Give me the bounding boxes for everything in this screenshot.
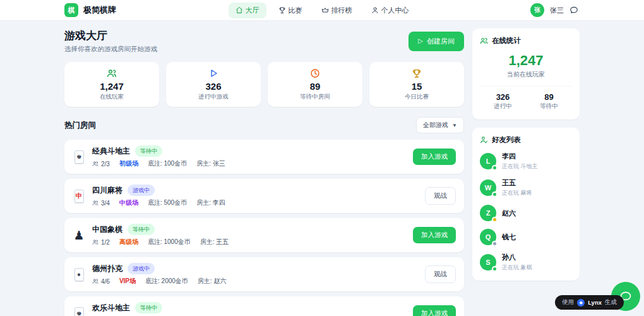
room-stake: 底注: 2000金币 [145,277,188,286]
room-action-button[interactable]: 观战 [425,265,456,283]
online-count-label: 当前在线玩家 [480,70,572,87]
stat-card: 1,247 在线玩家 [64,62,159,107]
chess-pawn-icon: ♟ [73,229,85,241]
friend-item[interactable]: Q 钱七 [480,229,572,245]
chess-pawn-icon: ♟ [73,229,84,241]
room-players: 3/4 [92,200,110,207]
lynx-generator-badge[interactable]: 使用 ◆ Lynx 生成 [555,295,624,310]
nav-item-matches[interactable]: 比赛 [271,3,309,18]
online-substat: 89 等待中 [526,92,572,111]
room-status-badge: 等待中 [135,302,162,313]
room-stake: 底注: 1000金币 [148,238,191,246]
friend-activity: 正在玩 象棋 [502,264,532,272]
friend-list: L 李四 正在玩 斗地主 W 王五 正在玩 麻将 Z 赵六 Q [480,152,572,272]
room-card: ♚ 欢乐斗地主 等待中 0/3 新手场 底注: 50金币 房主: 孙七 加入游戏 [64,296,464,316]
friend-name: 赵六 [502,209,516,218]
home-icon [236,6,243,14]
clock-icon [268,68,362,78]
room-card: ♚ 经典斗地主 等待中 2/3 初级场 底注: 100金币 房主: 张三 加入游… [64,140,464,174]
room-card: 中 四川麻将 游戏中 3/4 中级场 底注: 500金币 房主: 李四 观战 [64,179,464,213]
friend-avatar: Q [480,229,496,245]
online-stats-card: 在线统计 1,247 当前在线玩家 326 进行中 89 等待中 [472,28,580,119]
room-owner: 房主: 赵六 [198,277,227,286]
online-count: 1,247 [480,52,572,69]
room-name: 四川麻将 [92,185,122,196]
stat-label: 进行中游戏 [166,93,261,101]
room-status-badge: 游戏中 [128,185,155,196]
app-logo: 棋 [64,3,78,17]
online-stats-title: 在线统计 [492,36,521,46]
friend-icon [480,136,488,144]
friend-avatar: W [480,179,496,196]
friend-item[interactable]: W 王五 正在玩 麻将 [480,178,572,197]
ace-card-icon: ♠ [73,268,85,281]
players-icon [92,200,98,206]
stat-value: 1,247 [64,81,159,92]
room-owner: 房主: 张三 [196,159,225,168]
chat-bubble-icon[interactable] [569,6,578,15]
friends-title: 好友列表 [492,135,521,145]
room-name: 经典斗地主 [92,146,130,157]
room-card: ♠ 德州扑克 游戏中 4/6 VIP场 底注: 2000金币 房主: 赵六 观战 [64,257,464,291]
users-icon [64,68,159,78]
room-action-button[interactable]: 加入游戏 [413,305,456,316]
players-icon [92,278,98,284]
friend-item[interactable]: L 李四 正在玩 斗地主 [480,152,572,171]
mahjong-tile-icon: 中 [75,190,84,203]
online-substat: 326 进行中 [480,92,526,111]
players-icon [92,239,98,245]
play-outline-icon: ▷ [418,38,423,44]
friend-item[interactable]: S 孙八 正在玩 象棋 [480,253,572,272]
stat-value: 15 [369,81,464,92]
room-list: ♚ 经典斗地主 等待中 2/3 初级场 底注: 100金币 房主: 张三 加入游… [64,140,464,316]
status-dot [492,191,498,197]
friend-avatar: L [480,153,496,169]
user-avatar[interactable]: 张 [530,3,544,17]
brand-group: 棋 极简棋牌 [64,3,116,17]
room-action-button[interactable]: 加入游戏 [413,227,456,243]
nav-item-lobby[interactable]: 大厅 [229,3,266,18]
crown-icon [321,6,329,14]
room-players: 4/6 [92,278,110,285]
play-icon [166,68,261,78]
stat-value: 89 [268,81,362,92]
stats-grid: 1,247 在线玩家 326 进行中游戏 89 等待中房间 15 今日比赛 [64,62,464,107]
ace-card-icon: ♠ [75,268,84,281]
room-action-button[interactable]: 观战 [425,187,456,205]
sidebar: 在线统计 1,247 当前在线玩家 326 进行中 89 等待中 好友列表 L [472,28,580,316]
friend-activity: 正在玩 斗地主 [502,162,538,171]
room-name: 欢乐斗地主 [92,303,130,313]
room-status-badge: 等待中 [128,224,155,235]
friend-name: 钱七 [502,233,516,242]
online-substats: 326 进行中 89 等待中 [480,92,572,112]
room-action-button[interactable]: 加入游戏 [413,149,456,165]
status-dot [492,266,498,272]
room-level: 初级场 [119,159,138,168]
user-group: 张 张三 [530,3,578,17]
rooms-section-title: 热门房间 [64,120,96,131]
stat-label: 今日比赛 [369,93,464,101]
stat-value: 326 [166,81,261,92]
game-filter-select[interactable]: 全部游戏 ▼ [416,117,464,133]
room-players: 2/3 [92,161,110,167]
app-title: 极简棋牌 [83,4,116,16]
friend-item[interactable]: Z 赵六 [480,205,572,221]
nav-item-profile[interactable]: 个人中心 [364,3,416,18]
person-icon [371,6,379,14]
page-subtitle: 选择你喜欢的游戏房间开始游戏 [64,45,157,54]
create-room-button[interactable]: ▷ 创建房间 [408,32,464,51]
friend-avatar: S [480,254,496,270]
room-level: VIP场 [119,277,136,286]
room-owner: 房主: 李四 [196,198,225,207]
room-status-badge: 游戏中 [128,263,155,274]
friends-card: 好友列表 L 李四 正在玩 斗地主 W 王五 正在玩 麻将 Z 赵六 [472,128,580,281]
room-card: ♟ 中国象棋 等待中 1/2 高级场 底注: 1000金币 房主: 王五 加入游… [64,218,464,252]
content-shell: 游戏大厅 选择你喜欢的游戏房间开始游戏 ▷ 创建房间 1,247 在线玩家 32… [64,21,580,316]
status-dot [492,241,498,246]
room-level: 中级场 [119,198,138,207]
friend-avatar: Z [480,205,496,221]
friend-name: 孙八 [502,253,532,262]
nav-item-ranking[interactable]: 排行榜 [314,3,359,18]
lynx-logo-icon: ◆ [577,299,585,307]
joker-card-icon: ♚ [73,150,85,164]
